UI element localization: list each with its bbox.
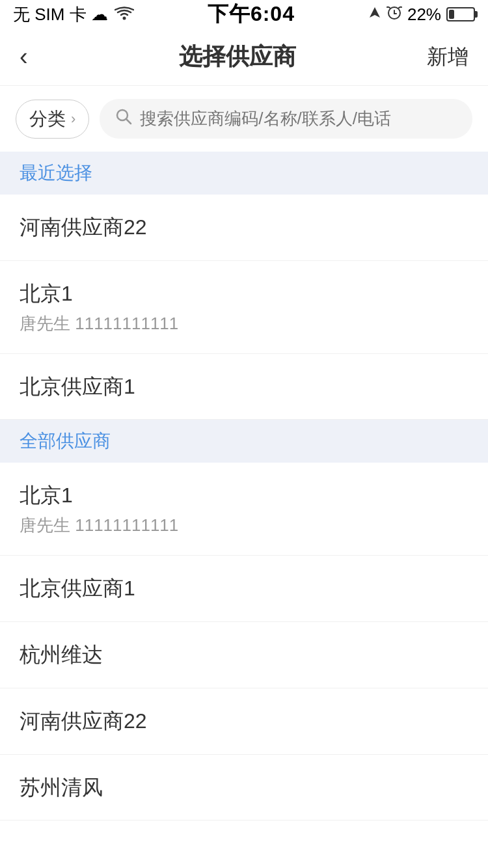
- item-sub: 唐先生 11111111111: [20, 312, 468, 335]
- all-list: 北京1 唐先生 11111111111 北京供应商1 杭州维达 河南供应商22 …: [0, 463, 488, 821]
- list-item[interactable]: 河南供应商22: [0, 195, 488, 261]
- category-button[interactable]: 分类 ›: [16, 100, 89, 139]
- svg-point-0: [122, 16, 126, 20]
- recent-section-header: 最近选择: [0, 152, 488, 195]
- recent-list: 河南供应商22 北京1 唐先生 11111111111 北京供应商1: [0, 195, 488, 420]
- list-item[interactable]: 杭州维达: [0, 622, 488, 688]
- location-icon: [368, 5, 381, 25]
- status-bar: 无 SIM 卡 ☁ 下午6:04: [0, 0, 488, 29]
- item-name: 北京1: [20, 481, 468, 510]
- battery-percentage: 22%: [407, 5, 441, 25]
- item-name: 河南供应商22: [20, 213, 468, 242]
- item-name: 北京供应商1: [20, 372, 468, 401]
- svg-line-5: [126, 119, 131, 124]
- status-time: 下午6:04: [208, 0, 295, 29]
- recent-section-label: 最近选择: [20, 163, 92, 183]
- list-item[interactable]: 河南供应商22: [0, 688, 488, 755]
- nav-bar: ‹ 选择供应商 新增: [0, 29, 488, 86]
- category-label: 分类: [29, 107, 66, 131]
- list-item[interactable]: 北京1 唐先生 11111111111: [0, 261, 488, 354]
- status-left: 无 SIM 卡 ☁: [13, 3, 134, 26]
- list-item[interactable]: 北京供应商1: [0, 556, 488, 622]
- item-name: 北京1: [20, 279, 468, 308]
- item-name: 杭州维达: [20, 640, 468, 670]
- search-icon: [115, 108, 132, 129]
- list-item[interactable]: 苏州清风: [0, 755, 488, 821]
- list-item[interactable]: 北京供应商1: [0, 354, 488, 420]
- all-section-header: 全部供应商: [0, 420, 488, 463]
- battery-icon: [446, 7, 475, 21]
- add-button[interactable]: 新增: [416, 43, 468, 72]
- list-item[interactable]: 北京1 唐先生 11111111111: [0, 463, 488, 556]
- status-right: 22%: [368, 5, 475, 25]
- back-button[interactable]: ‹: [20, 43, 59, 71]
- item-name: 苏州清风: [20, 773, 468, 802]
- search-box[interactable]: [100, 99, 472, 139]
- item-sub: 唐先生 11111111111: [20, 514, 468, 537]
- item-name: 河南供应商22: [20, 707, 468, 736]
- search-input[interactable]: [140, 109, 457, 129]
- wifi-icon: [115, 5, 134, 25]
- filter-bar: 分类 ›: [0, 86, 488, 152]
- sim-status: 无 SIM 卡 ☁: [13, 3, 108, 26]
- page-title: 选择供应商: [59, 41, 416, 73]
- all-section-label: 全部供应商: [20, 431, 111, 451]
- alarm-icon: [386, 5, 402, 25]
- item-name: 北京供应商1: [20, 574, 468, 603]
- chevron-right-icon: ›: [71, 111, 75, 128]
